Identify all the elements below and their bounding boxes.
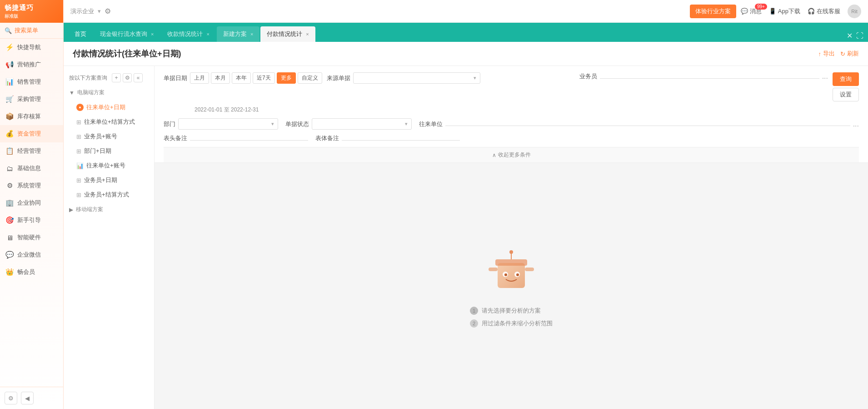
sidebar-item-inventory[interactable]: 📦 库存核算 (0, 108, 63, 125)
tab-receipts[interactable]: 收款情况统计 × (161, 26, 215, 42)
sidebar-label-basic: 基础信息 (17, 164, 41, 172)
date-btn-this-month[interactable]: 本月 (211, 72, 230, 84)
agent-dots[interactable]: ... (822, 72, 828, 81)
scheme-item-unit-settle[interactable]: ⊞ 往来单位+结算方式 (64, 115, 154, 129)
tip-text-1: 请先选择要分析的方案 (482, 307, 541, 315)
scheme-item-agent-account[interactable]: ⊞ 业务员+账号 (64, 129, 154, 144)
dept-select[interactable]: ▾ (178, 118, 278, 130)
sidebar-item-member[interactable]: 👑 畅会员 (0, 263, 63, 281)
header-right: 💬 消息 99+ 📱 App下载 🎧 在线客服 Rit (741, 5, 861, 18)
guide-icon: 🎯 (5, 216, 14, 224)
scheme-collapse-btn[interactable]: « (134, 73, 143, 82)
tab-cash-flow[interactable]: 现金银行流水查询 × (94, 26, 160, 42)
date-btn-last-month[interactable]: 上月 (190, 72, 209, 84)
tab-payment-stats-close[interactable]: × (306, 31, 309, 37)
sidebar-label-guide: 新手引导 (17, 216, 41, 224)
scheme-settings-btn[interactable]: ⚙ (123, 73, 132, 82)
marketing-icon: 📢 (5, 61, 14, 69)
source-select-arrow: ▾ (474, 75, 476, 81)
trial-btn[interactable]: 体验行业方案 (690, 5, 736, 18)
sidebar-item-quick-nav[interactable]: ⚡ 快捷导航 (0, 39, 63, 56)
sidebar-item-capital[interactable]: 💰 资金管理 (0, 125, 63, 142)
sidebar-item-system[interactable]: ⚙ 系统管理 (0, 177, 63, 194)
export-btn[interactable]: ↑ 导出 (818, 50, 835, 58)
sidebar-label-company: 企业协同 (17, 199, 41, 207)
scheme-table-icon-1: ⊞ (76, 119, 81, 126)
search-icon: 🔍 (5, 27, 12, 34)
system-icon: ⚙ (5, 182, 14, 190)
collapse-sidebar-btn[interactable]: ◀ (21, 392, 34, 404)
dropdown-arrow-icon[interactable]: ▾ (98, 8, 101, 15)
scheme-panel: 按以下方案查询 + ⚙ « ▼ 电脑端方案 ● 往来单位+日期 ⊞ (64, 66, 155, 409)
tab-receipts-close[interactable]: × (206, 31, 209, 37)
desktop-scheme-section[interactable]: ▼ 电脑端方案 (64, 85, 154, 100)
scheme-item-dept-date[interactable]: ⊞ 部门+日期 (64, 144, 154, 158)
scheme-chart-icon: 📊 (76, 162, 84, 169)
counterpart-input[interactable] (445, 122, 850, 126)
tab-bar-right: ✕ ⛶ (847, 31, 863, 42)
sidebar-item-sales[interactable]: 📊 销售管理 (0, 73, 63, 91)
source-select[interactable]: ▾ (353, 72, 480, 84)
refresh-btn[interactable]: ↻ 刷新 (840, 50, 859, 58)
filter-settings-btn[interactable]: 设置 (833, 88, 859, 101)
sidebar-label-quick-nav: 快捷导航 (17, 43, 41, 51)
desktop-arrow-icon: ▼ (69, 90, 75, 96)
sales-icon: 📊 (5, 78, 14, 86)
top-header: 演示企业 ▾ ⚙ 体验行业方案 💬 消息 99+ 📱 App下载 🎧 在线客服 … (64, 0, 868, 23)
app-download-btn[interactable]: 📱 App下载 (769, 7, 800, 15)
date-btn-7days[interactable]: 近7天 (253, 72, 275, 84)
settings-bottom-btn[interactable]: ⚙ (5, 392, 17, 404)
scheme-item-label-agent-date: 业务员+日期 (84, 176, 117, 184)
sidebar-label-member: 畅会员 (17, 268, 35, 276)
search-label: 搜索菜单 (15, 26, 38, 35)
sidebar-item-guide[interactable]: 🎯 新手引导 (0, 212, 63, 229)
collapse-more-btn[interactable]: ∧ 收起更多条件 (164, 147, 859, 162)
page-content: 付款情况统计(往来单位+日期) ↑ 导出 ↻ 刷新 按以下方案查询 + (64, 42, 868, 409)
avatar[interactable]: Rit (848, 5, 861, 18)
date-range-row: 2022-01-01 至 2022-12-31 (164, 106, 859, 118)
sidebar-label-marketing: 营销推广 (17, 61, 41, 69)
sidebar-item-hardware[interactable]: 🖥 智能硬件 (0, 229, 63, 246)
tab-payment-stats[interactable]: 付款情况统计 × (260, 26, 315, 42)
tab-new-scheme-label: 新建方案 (223, 30, 247, 38)
sidebar-item-company[interactable]: 🏢 企业协同 (0, 194, 63, 212)
mobile-scheme-section[interactable]: ▶ 移动端方案 (64, 202, 154, 217)
sidebar-label-purchase: 采购管理 (17, 95, 41, 103)
head-note-input[interactable] (190, 136, 308, 141)
date-btn-more[interactable]: 更多 (277, 72, 296, 84)
tab-expand-btn[interactable]: ⛶ (856, 32, 863, 40)
body-note-input[interactable] (342, 136, 460, 141)
scheme-item-unit-date[interactable]: ● 往来单位+日期 (64, 100, 154, 115)
tab-close-all-btn[interactable]: ✕ (847, 31, 853, 40)
sidebar-item-purchase[interactable]: 🛒 采购管理 (0, 91, 63, 108)
tab-home[interactable]: 首页 (68, 26, 93, 42)
sidebar-item-operation[interactable]: 📋 经营管理 (0, 142, 63, 160)
tip-num-1: 1 (470, 307, 478, 315)
sidebar-item-wechat[interactable]: 💬 企业微信 (0, 246, 63, 263)
tab-new-scheme-close[interactable]: × (250, 31, 253, 37)
header-gear-btn[interactable]: ⚙ (105, 7, 111, 15)
date-btn-this-year[interactable]: 本年 (232, 72, 251, 84)
status-select[interactable]: ▾ (312, 118, 412, 130)
query-btn[interactable]: 查询 (833, 72, 859, 86)
status-label: 单据状态 (285, 120, 309, 128)
scheme-item-agent-date[interactable]: ⊞ 业务员+日期 (64, 173, 154, 187)
tab-cash-flow-close[interactable]: × (151, 31, 154, 37)
agent-input[interactable] (600, 75, 819, 79)
search-menu[interactable]: 🔍 搜索菜单 (0, 23, 63, 39)
sidebar-item-marketing[interactable]: 📢 营销推广 (0, 56, 63, 73)
status-select-arrow: ▾ (405, 121, 408, 127)
hardware-icon: 🖥 (5, 233, 14, 242)
scheme-item-agent-settle[interactable]: ⊞ 业务员+结算方式 (64, 187, 154, 202)
counterpart-dots[interactable]: ... (853, 120, 859, 128)
date-btn-custom[interactable]: 自定义 (298, 72, 322, 84)
scheme-add-btn[interactable]: + (112, 73, 121, 82)
scheme-item-unit-account[interactable]: 📊 往来单位+账号 (64, 158, 154, 173)
sidebar-item-basic[interactable]: 🗂 基础信息 (0, 160, 63, 177)
svg-rect-1 (495, 259, 527, 266)
message-btn[interactable]: 💬 消息 99+ (741, 7, 762, 15)
page-title: 付款情况统计(往来单位+日期) (73, 48, 181, 59)
online-service-btn[interactable]: 🎧 在线客服 (808, 7, 840, 15)
tab-new-scheme[interactable]: 新建方案 × (217, 26, 259, 42)
export-icon: ↑ (818, 50, 822, 57)
